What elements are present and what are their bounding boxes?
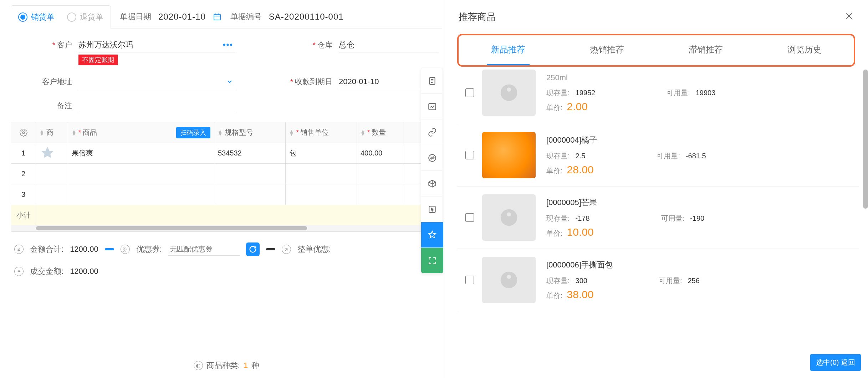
grid-header: ▲▼商 ▲▼*商品 扫码录入 ▲▼规格型号 ▲▼*销售单位 ▲▼*数量	[11, 122, 442, 143]
coupon-label: 优惠券:	[136, 244, 162, 255]
warehouse-value: 总仓	[339, 40, 354, 50]
selected-return-button[interactable]: 选中(0) 返回	[810, 354, 861, 371]
sort-icon: ▲▼	[361, 129, 365, 136]
col-settings[interactable]	[11, 122, 36, 143]
list-item[interactable]: [0000004]橘子 现存量:2.5 可用量:-681.5 单价:28.00	[457, 124, 859, 187]
vertical-scrollbar[interactable]	[863, 70, 868, 209]
item-checkbox[interactable]	[465, 213, 474, 222]
bottom-summary: ◐ 商品种类: 1 种	[11, 355, 442, 376]
stock-value: -178	[576, 214, 590, 222]
svg-point-1	[22, 132, 25, 134]
item-name: [0000005]芒果	[546, 197, 859, 208]
row-unit[interactable]	[286, 164, 357, 184]
customer-field[interactable]: 苏州万达沃尔玛 •••	[78, 37, 235, 52]
exchange-icon	[428, 153, 437, 163]
currency-icon	[428, 205, 437, 214]
stock-value: 2.5	[576, 152, 586, 160]
col-spec[interactable]: ▲▼规格型号	[214, 122, 286, 143]
placeholder-icon	[496, 267, 521, 292]
col-qty[interactable]: ▲▼*数量	[357, 122, 403, 143]
price-label: 单价:	[546, 229, 563, 237]
item-info: 250ml 现存量:19952 可用量:19903 单价:2.00	[546, 73, 859, 113]
rail-notes-button[interactable]	[421, 68, 443, 94]
rail-link-button[interactable]	[421, 119, 443, 145]
table-row[interactable]: 3	[11, 184, 442, 205]
rail-currency-button[interactable]	[421, 196, 443, 222]
tab-sale-order[interactable]: 销货单	[18, 12, 55, 22]
deal-icon: ✦	[14, 267, 24, 276]
scan-input-button[interactable]: 扫码录入	[176, 127, 210, 138]
item-checkbox-wrap	[457, 88, 482, 97]
row-image[interactable]	[36, 164, 68, 184]
item-checkbox[interactable]	[465, 276, 474, 284]
form-area: *客户 苏州万达沃尔玛 ••• 不固定账期 *仓库 总仓 客户地址 *收款到期日…	[11, 29, 442, 113]
recommend-list[interactable]: 250ml 现存量:19952 可用量:19903 单价:2.00 [00000…	[457, 70, 859, 364]
price-value: 10.00	[567, 226, 594, 238]
list-item[interactable]: 250ml 现存量:19952 可用量:19903 单价:2.00	[457, 70, 859, 124]
row-qty[interactable]	[357, 184, 403, 205]
item-checkbox[interactable]	[465, 151, 474, 159]
rail-exchange-button[interactable]	[421, 145, 443, 171]
tab-hot-recommend[interactable]: 热销推荐	[557, 37, 656, 63]
chevron-down-icon[interactable]	[226, 78, 233, 85]
remark-field[interactable]	[78, 98, 235, 113]
avail-label: 可用量:	[667, 89, 690, 97]
rail-expand-button[interactable]	[421, 248, 443, 274]
coupon-icon: 券	[121, 245, 130, 254]
row-qty[interactable]: 400.00	[357, 143, 403, 163]
row-image[interactable]	[36, 184, 68, 205]
item-checkbox[interactable]	[465, 88, 474, 97]
doc-date-value[interactable]: 2020-01-10	[158, 12, 206, 22]
sort-icon: ▲▼	[72, 129, 76, 136]
ellipsis-icon[interactable]: •••	[223, 40, 233, 50]
tab-return-order[interactable]: 退货单	[67, 12, 103, 22]
subtotal-label: 小计	[11, 205, 36, 225]
sum-label: 金额合计:	[30, 244, 63, 255]
row-product[interactable]: 果倍爽	[68, 143, 214, 163]
rail-chart-button[interactable]	[421, 94, 443, 119]
price-label: 单价:	[546, 292, 563, 300]
tab-label: 退货单	[80, 12, 103, 22]
address-field[interactable]	[78, 74, 235, 89]
doc-no-label: 单据编号	[230, 11, 262, 22]
tab-browse-history[interactable]: 浏览历史	[755, 37, 854, 63]
row-unit[interactable]	[286, 184, 357, 205]
item-thumb	[482, 132, 536, 178]
list-item[interactable]: [0000005]芒果 现存量:-178 可用量:-190 单价:10.00	[457, 187, 859, 249]
col-product[interactable]: ▲▼*商品 扫码录入	[68, 122, 214, 143]
row-product[interactable]	[68, 184, 214, 205]
rail-box-button[interactable]	[421, 171, 443, 196]
radio-icon	[18, 12, 27, 22]
row-index: 3	[11, 184, 36, 205]
row-spec[interactable]	[214, 184, 286, 205]
stock-label: 现存量:	[546, 277, 570, 285]
tab-slow-recommend[interactable]: 滞销推荐	[656, 37, 755, 63]
row-qty[interactable]	[357, 164, 403, 184]
notes-icon	[428, 76, 437, 86]
row-spec[interactable]	[214, 164, 286, 184]
col-image[interactable]: ▲▼商	[36, 122, 68, 143]
item-thumb	[482, 194, 536, 241]
col-unit[interactable]: ▲▼*销售单位	[286, 122, 357, 143]
row-unit[interactable]: 包	[286, 143, 357, 163]
avail-value: -681.5	[686, 152, 706, 160]
row-product[interactable]	[68, 164, 214, 184]
warehouse-field[interactable]: 总仓	[339, 37, 439, 52]
coupon-input[interactable]	[168, 243, 240, 256]
scrollbar-thumb[interactable]	[36, 226, 307, 230]
rail-star-button[interactable]	[421, 222, 443, 248]
kinds-value: 1	[244, 361, 248, 370]
table-row[interactable]: 2	[11, 164, 442, 184]
panel-title: 推荐商品	[459, 11, 496, 23]
tab-new-recommend[interactable]: 新品推荐	[459, 37, 557, 63]
table-row[interactable]: 1 果倍爽 534532 包 400.00	[11, 143, 442, 164]
close-button[interactable]	[844, 11, 854, 23]
row-spec[interactable]: 534532	[214, 143, 286, 163]
horizontal-scrollbar[interactable]	[11, 225, 442, 231]
refresh-coupon-button[interactable]	[246, 242, 260, 256]
calendar-icon[interactable]	[213, 12, 221, 21]
due-value: 2020-01-10	[339, 77, 379, 86]
radio-icon	[67, 12, 76, 22]
row-image[interactable]	[36, 143, 68, 163]
list-item[interactable]: [0000006]手撕面包 现存量:300 可用量:256 单价:38.00	[457, 249, 859, 311]
